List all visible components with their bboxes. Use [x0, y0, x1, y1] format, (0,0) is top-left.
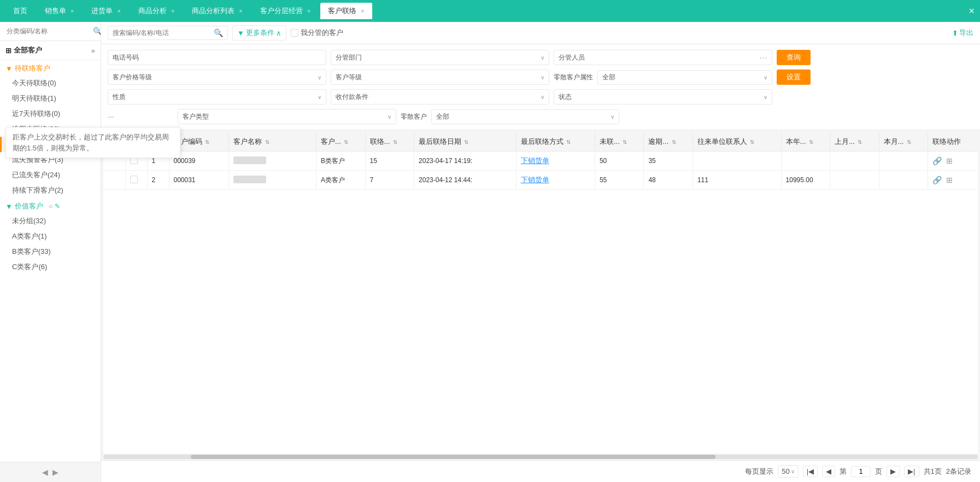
- tab-purchase[interactable]: 进货单 ×: [84, 3, 128, 19]
- sidebar-item-7days[interactable]: 近7天待联络(0): [0, 106, 101, 121]
- tab-analysis-close[interactable]: ×: [171, 8, 174, 14]
- page-prev-btn[interactable]: ◀: [822, 466, 835, 477]
- contact-count-sort-icon[interactable]: ⇅: [393, 139, 397, 145]
- query-button[interactable]: 查询: [777, 50, 811, 65]
- td-contact-count-1: 15: [365, 152, 414, 171]
- tab-analysis-label: 商品分析: [138, 6, 167, 16]
- filter-payment[interactable]: 收付款条件 ∨: [331, 89, 549, 104]
- sidebar-search-icon[interactable]: 🔍: [93, 27, 101, 36]
- row2-checkbox[interactable]: [130, 176, 138, 183]
- row1-link-icon[interactable]: 🔗: [932, 156, 942, 165]
- tab-sales[interactable]: 销售单 ×: [37, 3, 81, 19]
- filter-department[interactable]: 分管部门 ∨: [331, 50, 549, 65]
- code-sort-icon[interactable]: ⇅: [205, 139, 209, 145]
- filter-customer-type[interactable]: 客户类型 ∨: [178, 109, 396, 124]
- tab-purchase-close[interactable]: ×: [117, 8, 120, 14]
- tab-customer-contact[interactable]: 客户联络 ×: [320, 3, 372, 19]
- per-page-select[interactable]: 50 ∨: [778, 465, 798, 478]
- filter-icon: ▼: [237, 29, 244, 37]
- value-group-circle-icon[interactable]: ○: [49, 202, 52, 210]
- more-dots-btn[interactable]: ···: [108, 112, 114, 121]
- sidebar-pending-group[interactable]: ▼ 待联络客户: [0, 60, 101, 76]
- horizontal-scrollbar[interactable]: [101, 454, 980, 460]
- tab-analysis-list[interactable]: 商品分析列表 ×: [184, 3, 250, 19]
- sidebar-item-already-lost[interactable]: 已流失客户(24): [0, 167, 101, 183]
- this-year-sort-icon[interactable]: ⇅: [809, 139, 813, 145]
- page-next-btn[interactable]: ▶: [887, 466, 900, 477]
- filter-customer-level[interactable]: 客户等级 ∨: [331, 69, 549, 85]
- sidebar-item-c-class[interactable]: C类客户(6): [0, 259, 101, 275]
- unit-contact-sort-icon[interactable]: ⇅: [750, 139, 754, 145]
- table-header-row: ⚙ 序 客户编码 ⇅ 客户名称 ⇅: [103, 132, 978, 152]
- 7days-label: 近7天待联络(0): [12, 109, 60, 119]
- retail-attr-select[interactable]: 全部 ∨: [597, 70, 772, 85]
- customer-level-arrow-icon: ∨: [541, 74, 544, 80]
- sidebar-all-customers[interactable]: ⊞ 全部客户 »: [0, 41, 101, 60]
- filter-price-level[interactable]: 客户价格等级 ∨: [108, 69, 326, 85]
- th-last-date: 最后联络日期 ⇅: [414, 132, 517, 152]
- overdue-sort-icon[interactable]: ⇅: [672, 139, 676, 145]
- tab-analysis-list-close[interactable]: ×: [239, 8, 242, 14]
- tab-customer-segment-close[interactable]: ×: [307, 8, 310, 14]
- tab-purchase-label: 进货单: [91, 6, 113, 16]
- filter-phone[interactable]: 电话号码: [108, 50, 326, 65]
- sidebar-item-a-class[interactable]: A类客户(1): [0, 229, 101, 244]
- sidebar-value-group[interactable]: ▼ 价值客户 ○ ✎: [0, 198, 101, 213]
- tab-home[interactable]: 首页: [5, 3, 35, 19]
- tab-customer-contact-label: 客户联络: [328, 6, 356, 16]
- filter-manager[interactable]: 分管人员 ···: [554, 50, 772, 65]
- sidebar-item-unclassified[interactable]: 未分组(32): [0, 213, 101, 229]
- last-date-sort-icon[interactable]: ⇅: [464, 139, 468, 145]
- unlinkable-sort-icon[interactable]: ⇅: [623, 139, 627, 145]
- adv-filter-row-1: 电话号码 分管部门 ∨ 分管人员 ··· 查询: [108, 50, 973, 65]
- level-sort-icon[interactable]: ⇅: [344, 139, 348, 145]
- sidebar-collapse-icon[interactable]: »: [91, 47, 95, 55]
- page-first-btn[interactable]: |◀: [803, 466, 818, 477]
- page-last-btn[interactable]: ▶|: [904, 466, 919, 477]
- retail-customer-select[interactable]: 全部 ∨: [431, 109, 619, 124]
- row1-grid-icon[interactable]: ⊞: [946, 156, 953, 165]
- th-level: 客户... ⇅: [316, 132, 366, 152]
- row2-method-link[interactable]: 下销货单: [521, 176, 549, 184]
- filter-search-icon[interactable]: 🔍: [214, 28, 223, 37]
- tab-customer-contact-close[interactable]: ×: [361, 8, 364, 14]
- tab-customer-segment[interactable]: 客户分层经营 ×: [253, 3, 318, 19]
- row2-link-icon[interactable]: 🔗: [932, 176, 942, 184]
- retail-attr-val: 全部: [602, 73, 615, 82]
- this-month-sort-icon[interactable]: ⇅: [907, 139, 911, 145]
- payment-arrow-icon: ∨: [541, 94, 544, 100]
- settings-button[interactable]: 设置: [777, 69, 811, 85]
- sidebar-item-continued-down[interactable]: 持续下滑客户(2): [0, 183, 101, 198]
- last-method-sort-icon[interactable]: ⇅: [566, 139, 571, 145]
- total-records: 2条记录: [946, 467, 971, 477]
- row1-method-link[interactable]: 下销货单: [521, 156, 549, 165]
- all-customers-grid-icon: ⊞: [5, 47, 11, 55]
- scrollbar-thumb[interactable]: [191, 455, 715, 459]
- export-btn[interactable]: ⬆ 导出: [952, 28, 973, 38]
- last-month-sort-icon[interactable]: ⇅: [858, 139, 862, 145]
- filter-search-input[interactable]: [113, 29, 212, 37]
- sidebar-item-tomorrow[interactable]: 明天待联络(1): [0, 91, 101, 106]
- filter-search-box[interactable]: 🔍: [108, 26, 228, 40]
- filter-chevron-icon: ∧: [276, 29, 281, 37]
- tab-analysis[interactable]: 商品分析 ×: [131, 3, 182, 19]
- my-customer-check[interactable]: 我分管的客户: [291, 28, 343, 38]
- filter-gender[interactable]: 性质 ∨: [108, 89, 326, 104]
- tab-sales-close[interactable]: ×: [71, 8, 74, 14]
- page-input[interactable]: [851, 466, 871, 477]
- filter-status[interactable]: 状态 ∨: [554, 89, 772, 104]
- name-sort-icon[interactable]: ⇅: [265, 139, 269, 145]
- value-group-edit-icon[interactable]: ✎: [55, 202, 60, 210]
- td-this-month-1: [879, 152, 928, 171]
- window-close-icon[interactable]: ×: [969, 6, 975, 16]
- customer-type-arrow-icon: ∨: [388, 114, 391, 120]
- sidebar-search-input[interactable]: [4, 26, 91, 36]
- my-customer-checkbox[interactable]: [291, 29, 298, 37]
- sidebar-next-icon[interactable]: ▶: [52, 468, 58, 477]
- row2-grid-icon[interactable]: ⊞: [946, 176, 953, 184]
- sidebar-item-today[interactable]: 今天待联络(0): [0, 76, 101, 91]
- sidebar-item-b-class[interactable]: B类客户(33): [0, 244, 101, 259]
- td-level-1: B类客户: [316, 152, 366, 171]
- filter-more-btn[interactable]: ▼ 更多条件 ∧: [232, 25, 286, 40]
- sidebar-prev-icon[interactable]: ◀: [42, 468, 48, 477]
